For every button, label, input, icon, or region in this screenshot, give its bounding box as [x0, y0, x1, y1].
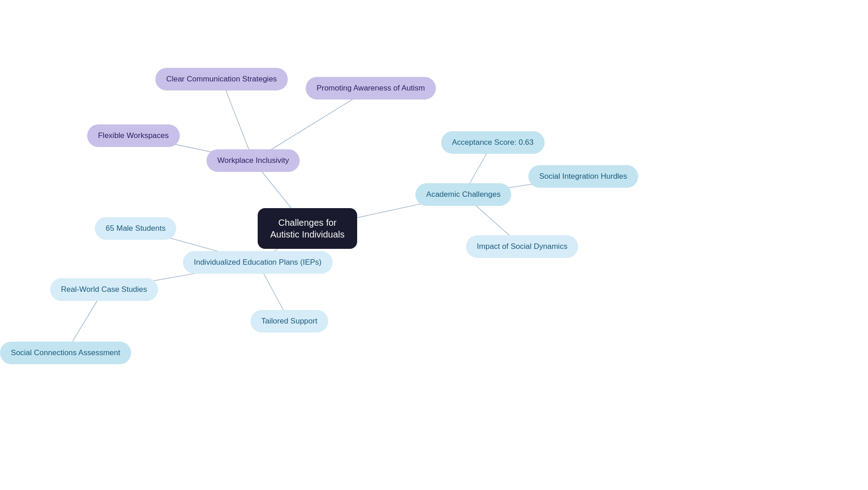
node-maleStudents[interactable]: 65 Male Students — [95, 217, 176, 240]
connections-svg — [0, 0, 868, 490]
node-flexibleWorkspaces[interactable]: Flexible Workspaces — [87, 124, 180, 147]
node-realWorldCase[interactable]: Real-World Case Studies — [50, 278, 158, 301]
node-center[interactable]: Challenges for Autistic Individuals — [258, 208, 357, 249]
node-academicChallenges[interactable]: Academic Challenges — [415, 183, 511, 206]
node-acceptanceScore[interactable]: Acceptance Score: 0.63 — [441, 131, 545, 154]
svg-line-1 — [222, 79, 253, 161]
node-tailoredSupport[interactable]: Tailored Support — [250, 310, 328, 333]
node-clearCommunication[interactable]: Clear Communication Strategies — [156, 68, 288, 90]
node-impactSocialDynamics[interactable]: Impact of Social Dynamics — [466, 235, 578, 258]
node-promotingAwareness[interactable]: Promoting Awareness of Autism — [306, 77, 436, 100]
node-ieps[interactable]: Individualized Education Plans (IEPs) — [183, 251, 333, 274]
mind-map: Challenges for Autistic IndividualsWorkp… — [0, 0, 868, 490]
node-socialIntegrationHurdles[interactable]: Social Integration Hurdles — [528, 165, 638, 188]
node-socialConnectionsAssessment[interactable]: Social Connections Assessment — [0, 342, 131, 364]
node-workplaceInclusivity[interactable]: Workplace Inclusivity — [207, 149, 300, 172]
